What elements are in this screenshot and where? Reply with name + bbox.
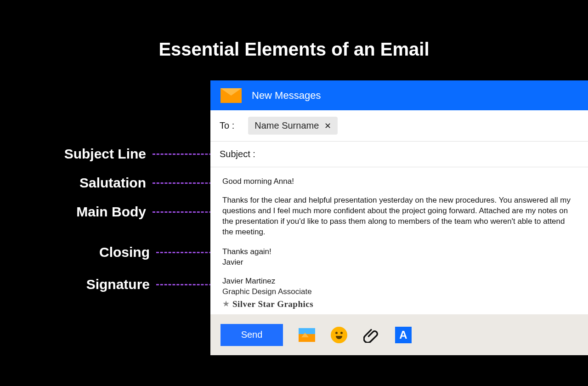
text-format-icon: A xyxy=(395,327,412,343)
label-subject-line: Subject Line xyxy=(64,146,146,162)
image-icon xyxy=(299,328,315,342)
insert-image-button[interactable] xyxy=(299,327,315,343)
star-icon: ★ xyxy=(222,300,230,308)
email-body-area[interactable]: Good morning Anna! Thanks for the clear … xyxy=(210,167,588,314)
salutation-text: Good morning Anna! xyxy=(222,176,576,187)
connector-line xyxy=(153,153,216,155)
compose-toolbar: Send A xyxy=(210,314,588,355)
subject-label: Subject : xyxy=(220,149,255,159)
compose-header: New Messages xyxy=(210,80,588,110)
envelope-icon xyxy=(220,88,242,103)
compose-window: New Messages To : Name Surname ✕ Subject… xyxy=(210,80,588,355)
closing-block: Thanks again! Javier xyxy=(222,247,576,268)
connector-line xyxy=(153,211,216,213)
label-main-body: Main Body xyxy=(76,204,146,220)
label-closing: Closing xyxy=(99,244,150,260)
recipient-name: Name Surname xyxy=(254,120,319,131)
signature-name: Javier Martinez xyxy=(222,276,576,287)
to-label: To : xyxy=(220,120,234,131)
attach-file-button[interactable] xyxy=(363,327,379,343)
connector-line xyxy=(153,182,216,184)
connector-line xyxy=(156,252,216,253)
subject-row[interactable]: Subject : xyxy=(210,142,588,167)
send-button[interactable]: Send xyxy=(220,324,283,346)
text-format-button[interactable]: A xyxy=(395,327,412,343)
paperclip-icon xyxy=(363,327,379,343)
compose-header-title: New Messages xyxy=(252,90,321,102)
closing-text: Thanks again! xyxy=(222,247,576,257)
label-salutation: Salutation xyxy=(79,175,146,191)
to-row: To : Name Surname ✕ xyxy=(210,110,588,142)
signature-company: Silver Star Graphics xyxy=(232,298,313,310)
emoji-icon xyxy=(331,327,347,343)
signature-title: Graphic Design Associate xyxy=(222,287,576,297)
insert-emoji-button[interactable] xyxy=(331,327,347,343)
label-signature: Signature xyxy=(86,277,150,292)
page-title: Essential Elements of an Email xyxy=(0,0,588,60)
signature-block: Javier Martinez Graphic Design Associate… xyxy=(222,276,576,310)
main-body-text: Thanks for the clear and helpful present… xyxy=(222,195,576,238)
connector-line xyxy=(156,284,216,285)
sender-name-short: Javier xyxy=(222,257,576,268)
remove-recipient-icon[interactable]: ✕ xyxy=(324,121,331,131)
recipient-chip[interactable]: Name Surname ✕ xyxy=(248,117,338,135)
